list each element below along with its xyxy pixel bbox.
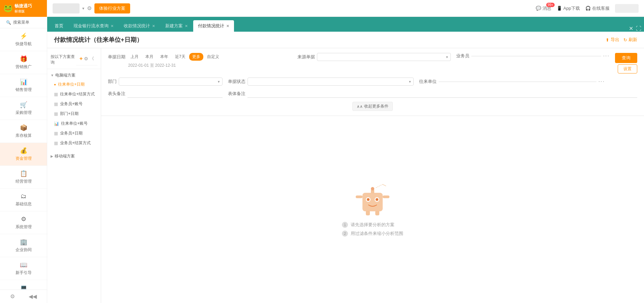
messages-btn[interactable]: 💬 消息 99+	[536, 5, 551, 11]
voucher-status-select[interactable]	[247, 78, 414, 86]
date-opt-custom[interactable]: 自定义	[204, 53, 222, 61]
collapse-chevron-icon: ∧∧	[357, 104, 363, 109]
source-select[interactable]	[317, 53, 451, 61]
logo-icon: 🐸	[3, 4, 12, 13]
search-menu-item[interactable]: 🔍 搜索菜单	[0, 17, 47, 28]
app-download-btn[interactable]: 📱 App下载	[557, 5, 580, 11]
filter-row-3: 表头备注 表体备注	[108, 90, 637, 98]
date-range-display: 2022-01-01 至 2022-12-31	[108, 63, 292, 68]
salesman-more-btn[interactable]: ···	[603, 53, 610, 59]
partner-more-btn[interactable]: ···	[598, 79, 605, 85]
sidebar-item-purchase[interactable]: 🛒 采购管理	[0, 97, 47, 120]
svg-rect-8	[383, 195, 389, 198]
sidebar-nav: ⚡ 快捷导航 🎁 营销推广 📊 销售管理 🛒 采购管理 📦 库存核算 💰 资金管…	[0, 28, 47, 290]
empty-svg	[352, 183, 393, 216]
scheme-item-salesman-settle[interactable]: ▦ 业务员+结算方式	[47, 138, 101, 148]
main-area: ▾ ⚙ 体验行业方案 💬 消息 99+ 📱 App下载 🎧 在线客服 首页	[47, 0, 644, 303]
sidebar-item-operations[interactable]: 📋 经营管理	[0, 166, 47, 189]
message-icon: 💬	[536, 6, 541, 11]
app-name: 畅捷通巧	[14, 3, 32, 9]
partner-section: 往来单位 ···	[419, 79, 605, 85]
date-opt-7days[interactable]: 近7天	[172, 53, 188, 61]
scheme-item-partner-settle[interactable]: ▦ 往来单位+结算方式	[47, 89, 101, 99]
company-dropdown-arrow[interactable]: ▾	[82, 6, 84, 11]
date-opt-this-month[interactable]: 本月	[142, 53, 156, 61]
sidebar-item-smart-hw[interactable]: 💻 智能硬件	[0, 280, 47, 290]
hint-num-1: 1	[342, 222, 348, 228]
sidebar-item-capital[interactable]: 💰 资金管理	[0, 143, 47, 166]
sidebar-item-enterprise[interactable]: 🏢 企业协同	[0, 234, 47, 257]
scheme-item-partner-account[interactable]: 📊 往来单位+账号	[47, 119, 101, 128]
header-note-input[interactable]	[127, 90, 223, 98]
sidebar-item-basic-info[interactable]: 🗂 基础信息	[0, 189, 47, 211]
date-opt-this-year[interactable]: 本年	[157, 53, 171, 61]
app-download-label: App下载	[563, 5, 580, 11]
scheme-group-desktop-header[interactable]: ▼ 电脑端方案	[47, 71, 101, 80]
collapse-more-btn[interactable]: ∧∧ 收起更多条件	[352, 102, 393, 111]
trial-btn[interactable]: 体验行业方案	[94, 3, 130, 13]
empty-hint-2: 2 用过滤条件来缩小分析范围	[342, 231, 403, 237]
scheme-panel: 按以下方案查询 + ⚙ 《 ▼ 电脑端方案 ● 往来单位+日期	[47, 48, 101, 303]
tab-new-scheme[interactable]: 新建方案 ✕	[160, 20, 193, 32]
online-service-btn[interactable]: 🎧 在线客服	[585, 5, 610, 11]
tab-receipt-stats[interactable]: 收款情况统计 ✕	[119, 20, 160, 32]
filter-action-btns: 查询 设置	[615, 53, 637, 73]
topbar-right: 💬 消息 99+ 📱 App下载 🎧 在线客服	[536, 4, 639, 13]
body-note-input[interactable]	[247, 90, 637, 98]
filter-settings-btn[interactable]: 设置	[618, 64, 637, 73]
dept-select[interactable]	[119, 78, 223, 86]
tab-new-scheme-close[interactable]: ✕	[185, 24, 188, 28]
svg-point-3	[367, 198, 370, 201]
tab-cash-bank[interactable]: 现金银行流水查询 ✕	[69, 20, 118, 32]
sidebar-item-sys-admin[interactable]: ⚙ 系统管理	[0, 211, 47, 234]
tab-home[interactable]: 首页	[50, 20, 68, 32]
tab-payment-stats[interactable]: 付款情况统计 ✕	[193, 20, 234, 32]
scheme-item-dept-date[interactable]: ▦ 部门+日期	[47, 109, 101, 119]
filter-row-1: 单据日期 上月 本月 本年 近7天 更多 自定义 2022-01-01 至 20…	[108, 53, 637, 73]
tab-receipt-close[interactable]: ✕	[152, 24, 155, 28]
sidebar-item-guide[interactable]: 📖 新手引导	[0, 257, 47, 280]
export-btn[interactable]: ⬆ 导出	[606, 37, 619, 43]
sidebar-item-inventory[interactable]: 📦 库存核算	[0, 120, 47, 143]
tab-cash-bank-close[interactable]: ✕	[111, 24, 114, 28]
footer-settings-icon[interactable]: ⚙	[10, 293, 15, 300]
query-btn[interactable]: 查询	[615, 53, 637, 63]
scheme-settings-icon[interactable]: ⚙	[84, 56, 88, 61]
scheme-group-mobile-header[interactable]: ▶ 移动端方案	[47, 152, 101, 160]
settings-icon[interactable]: ⚙	[87, 5, 92, 11]
desktop-group-arrow: ▼	[51, 73, 54, 77]
date-opt-more[interactable]: 更多	[189, 53, 203, 61]
tab-close-all-icon[interactable]: ✕	[629, 25, 633, 32]
empty-hints: 1 请先选择要分析的方案 2 用过滤条件来缩小分析范围	[342, 222, 403, 237]
date-opt-last-month[interactable]: 上月	[127, 53, 142, 61]
scheme-item-partner-date[interactable]: ● 往来单位+日期	[47, 80, 101, 89]
page-header: 付款情况统计（往来单位+日期） ⬆ 导出 ↻ 刷新	[47, 32, 644, 48]
svg-rect-7	[356, 195, 362, 198]
tab-maximize-icon[interactable]: ⛶	[636, 26, 641, 32]
inventory-label: 库存核算	[16, 133, 32, 139]
export-icon: ⬆	[606, 37, 609, 42]
scheme-item-salesman-date[interactable]: ▦ 业务员+日期	[47, 128, 101, 138]
sidebar-item-marketing[interactable]: 🎁 营销推广	[0, 51, 47, 74]
scheme-item-partner-settle-label: 往来单位+结算方式	[60, 91, 95, 97]
tab-home-label: 首页	[55, 23, 63, 29]
sidebar-item-quick-nav[interactable]: ⚡ 快捷导航	[0, 28, 47, 51]
footer-collapse-icon[interactable]: ◀◀	[29, 293, 37, 300]
user-avatar[interactable]	[615, 4, 639, 13]
quick-nav-icon: ⚡	[20, 32, 27, 40]
sidebar-item-sales[interactable]: 📊 销售管理	[0, 74, 47, 97]
source-label: 来源单据	[297, 54, 315, 60]
capital-icon: 💰	[20, 147, 27, 154]
refresh-btn[interactable]: ↻ 刷新	[623, 37, 637, 43]
empty-hint-1: 1 请先选择要分析的方案	[342, 222, 403, 228]
scheme-item-salesman-account[interactable]: ▦ 业务员+账号	[47, 99, 101, 109]
scheme-item-icon-2: ▦	[54, 101, 58, 107]
scheme-item-active-icon: ●	[54, 83, 56, 86]
scheme-item-icon-4: 📊	[54, 121, 59, 126]
scheme-collapse-icon[interactable]: 《	[90, 56, 94, 62]
filter-panel: 单据日期 上月 本月 本年 近7天 更多 自定义 2022-01-01 至 20…	[101, 48, 644, 116]
add-scheme-btn[interactable]: +	[80, 56, 83, 62]
company-avatar	[53, 3, 80, 13]
source-voucher-section: 来源单据	[297, 53, 451, 61]
tab-payment-close[interactable]: ✕	[226, 24, 229, 28]
